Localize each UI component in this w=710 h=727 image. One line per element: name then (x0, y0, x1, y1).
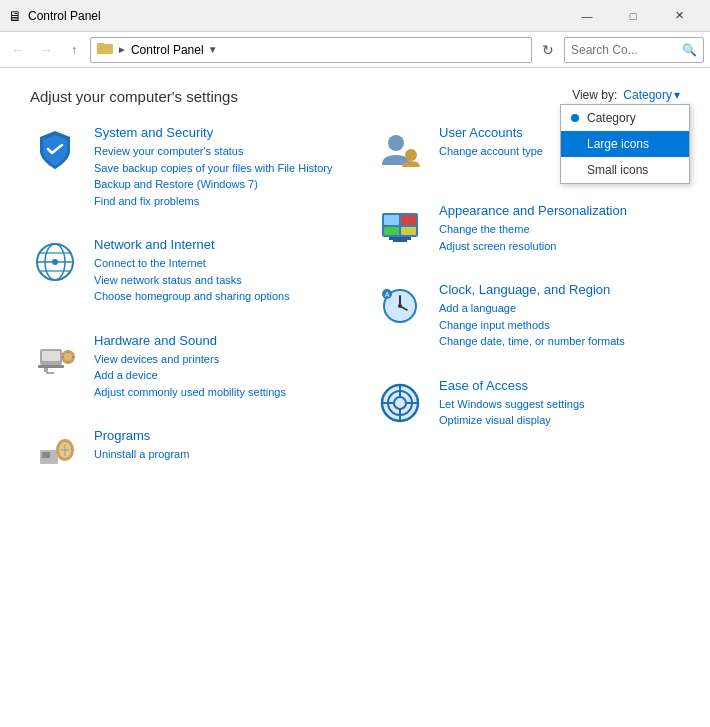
hardware-icon (30, 333, 80, 383)
system-security-icon (30, 125, 80, 175)
dropdown-item-small-icons[interactable]: Small icons (561, 157, 689, 183)
appearance-info: Appearance and Personalization Change th… (439, 203, 627, 254)
link-add-language[interactable]: Add a language (439, 300, 625, 317)
link-datetime[interactable]: Change date, time, or number formats (439, 333, 625, 350)
left-column: System and Security Review your computer… (30, 125, 335, 478)
svg-rect-1 (97, 43, 104, 46)
clock-title[interactable]: Clock, Language, and Region (439, 282, 625, 297)
appearance-icon (375, 203, 425, 253)
svg-rect-33 (393, 240, 407, 242)
category-appearance: Appearance and Personalization Change th… (375, 203, 680, 254)
svg-rect-31 (401, 227, 416, 235)
category-network: Network and Internet Connect to the Inte… (30, 237, 335, 305)
radio-small-icons (571, 166, 579, 174)
svg-rect-28 (384, 215, 399, 225)
category-hardware: Hardware and Sound View devices and prin… (30, 333, 335, 401)
link-backup-files[interactable]: Save backup copies of your files with Fi… (94, 160, 332, 177)
svg-rect-30 (384, 227, 399, 235)
svg-rect-9 (42, 351, 60, 361)
link-mobility-settings[interactable]: Adjust commonly used mobility settings (94, 384, 286, 401)
appearance-title[interactable]: Appearance and Personalization (439, 203, 627, 218)
network-info: Network and Internet Connect to the Inte… (94, 237, 290, 305)
ease-of-access-info: Ease of Access Let Windows suggest setti… (439, 378, 585, 429)
link-connect-internet[interactable]: Connect to the Internet (94, 255, 290, 272)
refresh-button[interactable]: ↻ (536, 38, 560, 62)
radio-large-icons (571, 140, 579, 148)
clock-info: Clock, Language, and Region Add a langua… (439, 282, 625, 350)
svg-rect-12 (46, 372, 54, 374)
svg-point-14 (64, 353, 72, 361)
link-input-methods[interactable]: Change input methods (439, 317, 625, 334)
path-chevron-down[interactable]: ▼ (208, 44, 218, 55)
user-accounts-title[interactable]: User Accounts (439, 125, 543, 140)
search-icon: 🔍 (682, 43, 697, 57)
close-button[interactable]: ✕ (656, 0, 702, 32)
address-bar: ← → ↑ ► Control Panel ▼ ↻ 🔍 (0, 32, 710, 68)
category-ease-of-access: Ease of Access Let Windows suggest setti… (375, 378, 680, 429)
clock-icon: A (375, 282, 425, 332)
svg-rect-20 (42, 452, 50, 458)
link-add-device[interactable]: Add a device (94, 367, 286, 384)
link-view-devices[interactable]: View devices and printers (94, 351, 286, 368)
back-button[interactable]: ← (6, 38, 30, 62)
link-screen-resolution[interactable]: Adjust screen resolution (439, 238, 627, 255)
view-by-label: View by: (572, 88, 617, 102)
svg-rect-32 (389, 237, 411, 240)
address-path[interactable]: ► Control Panel ▼ (90, 37, 532, 63)
link-backup-restore[interactable]: Backup and Restore (Windows 7) (94, 176, 332, 193)
path-folder-icon (97, 41, 113, 58)
link-windows-suggest[interactable]: Let Windows suggest settings (439, 396, 585, 413)
breadcrumb-arrow: ► (117, 44, 127, 55)
svg-rect-29 (401, 215, 416, 225)
system-security-title[interactable]: System and Security (94, 125, 332, 140)
search-input[interactable] (571, 43, 678, 57)
window-title: Control Panel (28, 9, 101, 23)
link-change-account[interactable]: Change account type (439, 143, 543, 160)
link-change-theme[interactable]: Change the theme (439, 221, 627, 238)
hardware-info: Hardware and Sound View devices and prin… (94, 333, 286, 401)
window-icon: 🖥 (8, 8, 22, 24)
title-bar: 🖥 Control Panel — □ ✕ (0, 0, 710, 32)
user-accounts-icon (375, 125, 425, 175)
main-content: Adjust your computer's settings View by:… (0, 68, 710, 727)
view-dropdown: Category Large icons Small icons (560, 104, 690, 184)
link-homegroup[interactable]: Choose homegroup and sharing options (94, 288, 290, 305)
view-by-value: Category (623, 88, 672, 102)
ease-of-access-title[interactable]: Ease of Access (439, 378, 585, 393)
svg-rect-10 (38, 365, 64, 368)
link-optimize-visual[interactable]: Optimize visual display (439, 412, 585, 429)
hardware-title[interactable]: Hardware and Sound (94, 333, 286, 348)
svg-point-25 (388, 135, 404, 151)
dropdown-label-small-icons: Small icons (587, 163, 648, 177)
title-bar-controls: — □ ✕ (564, 0, 702, 32)
network-title[interactable]: Network and Internet (94, 237, 290, 252)
ease-of-access-icon (375, 378, 425, 428)
svg-text:A: A (385, 291, 390, 298)
programs-icon (30, 428, 80, 478)
forward-button[interactable]: → (34, 38, 58, 62)
minimize-button[interactable]: — (564, 0, 610, 32)
programs-info: Programs Uninstall a program (94, 428, 189, 463)
network-icon (30, 237, 80, 287)
svg-point-26 (405, 149, 417, 161)
link-review-status[interactable]: Review your computer's status (94, 143, 332, 160)
view-by-container: View by: Category ▾ Category Large icons… (572, 88, 680, 102)
dropdown-item-large-icons[interactable]: Large icons (561, 131, 689, 157)
dropdown-label-category: Category (587, 111, 636, 125)
svg-rect-11 (44, 368, 48, 372)
category-clock: A Clock, Language, and Region Add a lang… (375, 282, 680, 350)
link-uninstall[interactable]: Uninstall a program (94, 446, 189, 463)
dropdown-item-category[interactable]: Category (561, 105, 689, 131)
breadcrumb-text: Control Panel (131, 43, 204, 57)
link-find-fix[interactable]: Find and fix problems (94, 193, 332, 210)
search-box[interactable]: 🔍 (564, 37, 704, 63)
svg-point-7 (52, 259, 58, 265)
view-by-button[interactable]: Category ▾ (623, 88, 680, 102)
link-network-status[interactable]: View network status and tasks (94, 272, 290, 289)
svg-point-37 (398, 304, 402, 308)
maximize-button[interactable]: □ (610, 0, 656, 32)
system-security-info: System and Security Review your computer… (94, 125, 332, 209)
category-programs: Programs Uninstall a program (30, 428, 335, 478)
programs-title[interactable]: Programs (94, 428, 189, 443)
up-button[interactable]: ↑ (62, 38, 86, 62)
